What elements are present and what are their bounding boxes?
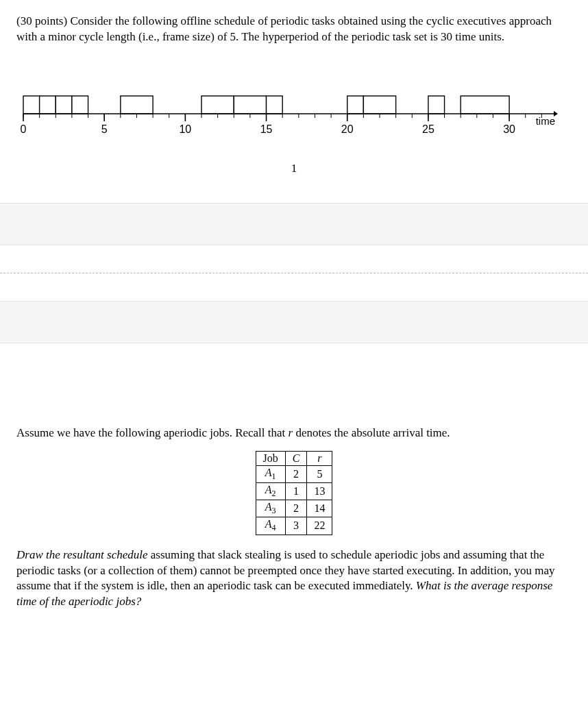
- svg-rect-0: [23, 96, 40, 114]
- svg-text:0: 0: [21, 123, 27, 135]
- svg-rect-6: [234, 96, 266, 114]
- redacted-gap2: [0, 273, 588, 301]
- page-number: 1: [16, 162, 572, 175]
- redacted-region-bottom: [0, 301, 588, 343]
- table-header: r: [307, 451, 332, 465]
- svg-text:15: 15: [260, 123, 273, 135]
- svg-text:time: time: [536, 115, 555, 127]
- redacted-region-top: [0, 203, 588, 245]
- svg-rect-10: [428, 96, 445, 114]
- svg-rect-5: [201, 96, 234, 114]
- question-paragraph: Draw the resultant schedule assuming tha…: [16, 548, 572, 611]
- table-header: Job: [256, 451, 285, 465]
- svg-rect-11: [461, 96, 509, 114]
- redacted-gap: [0, 245, 588, 273]
- svg-text:20: 20: [341, 123, 354, 135]
- svg-text:30: 30: [503, 123, 515, 135]
- svg-rect-2: [56, 96, 72, 114]
- table-row: A4322: [256, 517, 332, 535]
- svg-rect-9: [363, 96, 395, 114]
- svg-rect-8: [347, 96, 364, 114]
- table-row: A2113: [256, 483, 332, 500]
- table-row: A125: [256, 465, 332, 482]
- intro-paragraph: (30 points) Consider the following offli…: [16, 14, 572, 45]
- svg-rect-1: [40, 96, 56, 114]
- table-header: C: [285, 451, 307, 465]
- aperiodic-intro: Assume we have the following aperiodic j…: [16, 426, 572, 441]
- svg-text:10: 10: [179, 123, 191, 135]
- table-row: A3214: [256, 500, 332, 517]
- aperiodic-jobs-table: JobCr A125A2113A3214A4322: [256, 451, 333, 535]
- svg-rect-7: [267, 96, 283, 114]
- svg-text:25: 25: [422, 123, 434, 135]
- timeline-chart: 051015202530time: [16, 79, 572, 141]
- svg-text:5: 5: [101, 123, 108, 135]
- svg-rect-3: [72, 96, 88, 114]
- svg-rect-4: [121, 96, 153, 114]
